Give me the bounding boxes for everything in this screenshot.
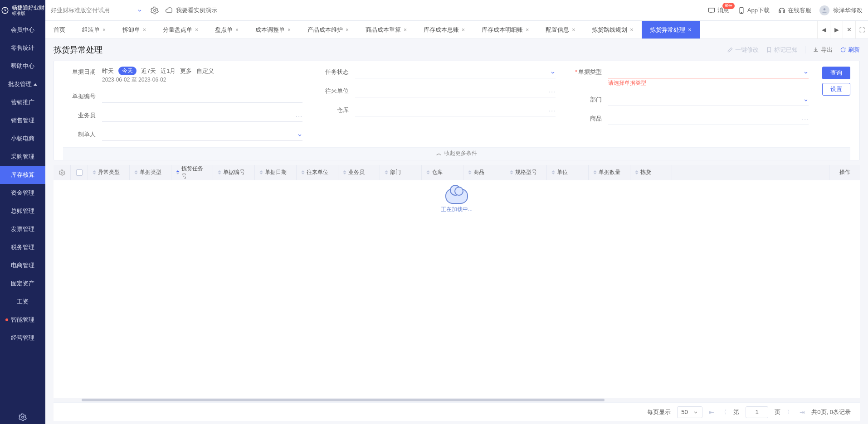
page-prev-button[interactable]: 〈 [721, 408, 727, 416]
column-header[interactable]: 仓库 [422, 165, 463, 180]
messages-button[interactable]: 消息 99+ [707, 6, 729, 14]
tab-close-icon[interactable]: × [195, 27, 198, 33]
column-header[interactable]: 单据类型 [130, 165, 171, 180]
export-button[interactable]: 导出 [813, 46, 833, 54]
sort-icon[interactable] [301, 170, 305, 174]
date-quick-option[interactable]: 自定义 [196, 67, 214, 75]
sales-input[interactable]: ··· [102, 110, 302, 122]
sidebar-item[interactable]: 采购管理 [0, 148, 45, 166]
sort-icon[interactable] [218, 170, 221, 174]
date-quick-option[interactable]: 今天 [118, 67, 137, 75]
sort-icon[interactable] [176, 170, 180, 174]
sidebar-item[interactable]: 电商管理 [0, 256, 45, 275]
sidebar-item[interactable]: 税务管理 [0, 238, 45, 256]
page-first-button[interactable]: ⇤ [709, 409, 714, 416]
sidebar-item[interactable]: 零售统计 [0, 39, 45, 57]
tab-close-icon[interactable]: × [462, 27, 465, 33]
tab-close-icon[interactable]: × [688, 27, 691, 33]
refresh-button[interactable]: 刷新 [840, 46, 860, 54]
sidebar-item[interactable]: 小畅电商 [0, 130, 45, 148]
sidebar-item[interactable]: 工资 [0, 293, 45, 311]
demo-link[interactable]: 我要看实例演示 [165, 6, 217, 14]
more-icon[interactable]: ··· [802, 116, 809, 123]
sidebar-item[interactable]: 总账管理 [0, 202, 45, 220]
tab-close-icon[interactable]: × [143, 27, 146, 33]
tab-close-icon[interactable]: × [346, 27, 349, 33]
select-all-checkbox[interactable] [71, 165, 88, 180]
sort-icon[interactable] [593, 170, 597, 174]
app-download-button[interactable]: App下载 [737, 6, 770, 14]
date-quick-option[interactable]: 近1月 [161, 67, 176, 75]
column-header[interactable]: 单据数量 [589, 165, 630, 180]
dept-select[interactable] [608, 94, 809, 106]
column-header[interactable]: 规格型号 [505, 165, 547, 180]
product-selector[interactable]: 好业财标准版交付试用 [51, 6, 142, 14]
sort-icon[interactable] [385, 170, 388, 174]
column-header[interactable]: 业务员 [338, 165, 380, 180]
more-icon[interactable]: ··· [549, 88, 556, 95]
maker-select[interactable] [102, 129, 302, 141]
page-last-button[interactable]: ⇥ [800, 409, 805, 416]
tabs-prev-button[interactable]: ◀ [817, 21, 830, 39]
sidebar-item[interactable]: 帮助中心 [0, 57, 45, 75]
tab-close-icon[interactable]: × [404, 27, 407, 33]
tab[interactable]: 盘点单× [207, 21, 247, 39]
horizontal-scrollbar[interactable] [54, 398, 860, 402]
date-quick-option[interactable]: 更多 [180, 67, 192, 75]
doc-type-select[interactable] [608, 67, 809, 78]
user-menu[interactable]: 徐泽华修改 [819, 5, 863, 15]
sidebar-item[interactable]: 经营管理 [0, 329, 45, 347]
tab[interactable]: 配置信息× [537, 21, 584, 39]
tab-close-icon[interactable]: × [526, 27, 529, 33]
sidebar-item[interactable]: 营销推广 [0, 93, 45, 111]
tab[interactable]: 组装单× [74, 21, 114, 39]
column-header[interactable]: 单据日期 [255, 165, 297, 180]
tab-close-icon[interactable]: × [630, 27, 633, 33]
tab[interactable]: 拣货异常处理× [642, 21, 700, 39]
tab-close-icon[interactable]: × [288, 27, 291, 33]
column-header[interactable]: 部门 [380, 165, 422, 180]
column-header[interactable]: 商品 [463, 165, 505, 180]
sort-icon[interactable] [426, 170, 430, 174]
sidebar-item[interactable]: 固定资产 [0, 275, 45, 293]
more-icon[interactable]: ··· [549, 107, 556, 114]
date-quick-option[interactable]: 昨天 [102, 67, 114, 75]
product-input[interactable]: ··· [608, 113, 809, 125]
column-header[interactable]: 单据编号 [213, 165, 255, 180]
sidebar-item[interactable]: 会员中心 [0, 21, 45, 39]
sort-icon[interactable] [468, 170, 472, 174]
task-status-select[interactable] [355, 67, 556, 78]
tab-close-icon[interactable]: × [102, 27, 106, 33]
sort-icon[interactable] [343, 170, 346, 174]
sidebar-item[interactable]: 智能管理 [0, 311, 45, 329]
sidebar-settings[interactable] [0, 410, 45, 424]
tab[interactable]: 商品成本重算× [357, 21, 415, 39]
column-settings-button[interactable] [54, 165, 71, 180]
tab[interactable]: 拣货路线规划× [584, 21, 642, 39]
date-quick-option[interactable]: 近7天 [141, 67, 156, 75]
sidebar-item[interactable]: 销售管理 [0, 111, 45, 130]
tabs-close-button[interactable]: ✕ [843, 21, 855, 39]
tab-close-icon[interactable]: × [572, 27, 575, 33]
tab[interactable]: 拆卸单× [114, 21, 155, 39]
column-header[interactable]: 拣货任务号 [171, 165, 213, 180]
column-header[interactable]: 单位 [547, 165, 589, 180]
column-header[interactable]: 往来单位 [297, 165, 338, 180]
online-service-button[interactable]: 在线客服 [778, 6, 811, 14]
tab[interactable]: 首页 [45, 21, 74, 39]
sidebar-item[interactable]: 批发管理 [0, 75, 45, 93]
collapse-filters-button[interactable]: ︽ 收起更多条件 [63, 147, 850, 160]
query-button[interactable]: 查询 [822, 67, 850, 79]
more-icon[interactable]: ··· [296, 112, 302, 120]
tab[interactable]: 产品成本维护× [299, 21, 357, 39]
column-header[interactable]: 异常类型 [88, 165, 130, 180]
sort-icon[interactable] [510, 170, 513, 174]
page-size-select[interactable]: 50 [677, 406, 702, 418]
sort-icon[interactable] [93, 170, 96, 174]
sort-icon[interactable] [635, 170, 639, 174]
column-header[interactable]: 拣货 [630, 165, 672, 180]
tabs-fullscreen-button[interactable] [855, 21, 868, 39]
tab[interactable]: 库存成本总账× [415, 21, 473, 39]
page-next-button[interactable]: 〉 [787, 408, 793, 416]
tab-close-icon[interactable]: × [235, 27, 239, 33]
